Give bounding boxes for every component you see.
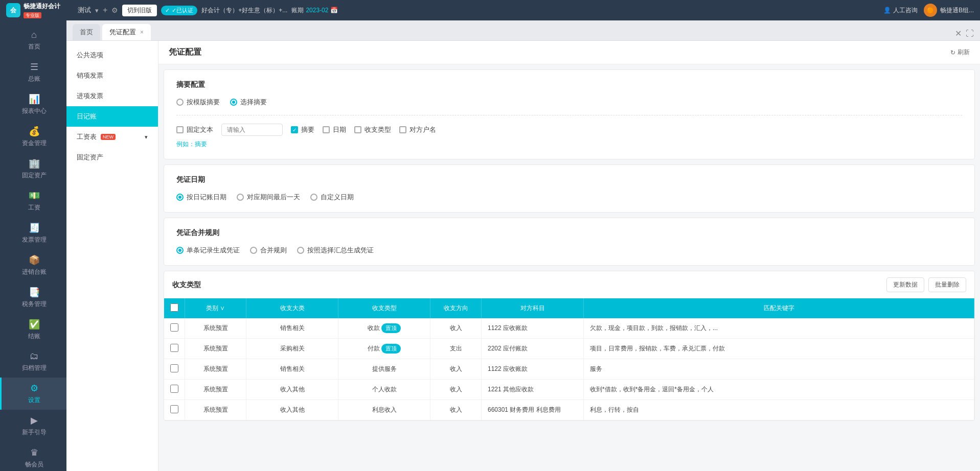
tab-home[interactable]: 首页 [73, 24, 100, 40]
row-direction: 收入 [430, 318, 482, 339]
row-keyword: 欠款，现金，项目款，到款，报销款，汇入，... [584, 318, 974, 339]
merge-radio-group: 单条记录生成凭证 合并规则 按照选择汇总生成凭证 [176, 246, 962, 255]
row-checkbox[interactable] [170, 405, 178, 413]
left-nav-purchase-invoice[interactable]: 进项发票 [66, 86, 158, 106]
sidebar-item-home[interactable]: ⌂ 首页 [0, 25, 66, 56]
checkbox-counterpart[interactable]: 对方户名 [399, 125, 436, 134]
radio-merge-rule[interactable]: 合并规则 [250, 246, 287, 255]
col-header-subject: 对方科目 [482, 298, 584, 318]
row-keyword: 项目，日常费用，报销款，车费，承兑汇票，付款 [584, 339, 974, 359]
refresh-button[interactable]: ↻ 刷新 [950, 48, 970, 57]
topbar-center: 测试 ▾ + ⚙ 切到旧版 ✓ ✓已认证 好会计（专）+好生意（标）+... 账… [78, 5, 883, 16]
maximize-icon[interactable]: ⛶ [966, 29, 974, 38]
sidebar-item-asset[interactable]: 🏢 固定资产 [0, 153, 66, 185]
row-checkbox-cell[interactable] [164, 318, 185, 339]
col-header-subtype: 收支类型 [338, 298, 430, 318]
row-category: 系统预置 [185, 400, 246, 420]
row-big-type: 采购相关 [246, 339, 338, 359]
row-checkbox[interactable] [170, 323, 178, 332]
row-checkbox[interactable] [170, 364, 178, 372]
radio-journal-date-circle [176, 194, 184, 201]
table-row: 系统预置 收入其他 个人收款 收入 1221 其他应收款 收到*借款，收到*备用… [164, 380, 974, 400]
select-all-checkbox[interactable] [170, 303, 178, 312]
config-area: 凭证配置 ↻ 刷新 摘要配置 按模版摘要 [158, 41, 980, 471]
row-sub-type: 收款 置顶 [338, 318, 430, 339]
ledger-icon: ☰ [30, 61, 38, 73]
settings-icon[interactable]: ⚙ [111, 6, 118, 14]
checkbox-fixed-text[interactable]: 固定文本 [176, 125, 213, 134]
tab-config[interactable]: 凭证配置 × [102, 24, 151, 40]
batch-delete-button[interactable]: 批量删除 [928, 277, 966, 292]
settings-sidebar-icon: ⚙ [30, 383, 38, 394]
col-header-type: 类别 ∨ [185, 298, 246, 318]
switch-old-version-button[interactable]: 切到旧版 [122, 5, 157, 16]
left-nav-sales-invoice[interactable]: 销项发票 [66, 65, 158, 86]
left-nav-journal[interactable]: 日记账 [66, 106, 158, 127]
sidebar-item-salary[interactable]: 💵 工资 [0, 185, 66, 217]
reset-badge[interactable]: 置顶 [381, 323, 401, 333]
left-nav-public[interactable]: 公共选项 [66, 45, 158, 65]
period-info: 账期 2023-02 📅 [291, 6, 338, 15]
left-nav-fixed-asset[interactable]: 固定资产 [66, 147, 158, 168]
sidebar-item-tax[interactable]: 📑 税务管理 [0, 281, 66, 314]
sidebar-item-report[interactable]: 📊 报表中心 [0, 88, 66, 121]
sidebar-item-invoice[interactable]: 🧾 发票管理 [0, 217, 66, 249]
checkbox-date[interactable]: 日期 [323, 125, 346, 134]
checkbox-pay-type[interactable]: 收支类型 [354, 125, 391, 134]
calendar-icon[interactable]: 📅 [330, 7, 338, 14]
logo: 会 畅捷通好会计 专业版 [6, 2, 73, 19]
income-expense-section: 收支类型 更新数据 批量删除 类别 ∨ [164, 271, 975, 421]
fixed-text-input[interactable] [221, 124, 283, 136]
row-checkbox-cell[interactable] [164, 339, 185, 359]
dropdown-arrow-icon[interactable]: ▾ [95, 7, 99, 14]
software-info: 好会计（专）+好生意（标）+... [201, 6, 287, 15]
radio-custom-date[interactable]: 自定义日期 [310, 193, 354, 202]
left-nav-salary-table[interactable]: 工资表 NEW ▾ [66, 127, 158, 147]
tab-close-icon[interactable]: × [140, 29, 144, 36]
row-direction: 支出 [430, 339, 482, 359]
sidebar-item-ledger[interactable]: ☰ 总账 [0, 56, 66, 88]
row-checkbox[interactable] [170, 344, 178, 352]
row-sub-type: 付款 置顶 [338, 339, 430, 359]
add-icon[interactable]: + [103, 6, 107, 15]
checkbox-summary[interactable]: ✓ 摘要 [291, 125, 314, 134]
row-checkbox[interactable] [170, 385, 178, 393]
radio-period-circle [237, 194, 244, 201]
purchase-icon: 📦 [29, 254, 40, 266]
topbar-right: 👤 人工咨询 🟠 畅捷通B组... [883, 4, 974, 17]
update-data-button[interactable]: 更新数据 [886, 277, 924, 292]
radio-journal-date[interactable]: 按日记账日期 [176, 193, 226, 202]
row-keyword: 服务 [584, 359, 974, 380]
new-badge: NEW [101, 134, 116, 140]
radio-select-summary[interactable]: 选择摘要 [230, 98, 267, 107]
sidebar-item-archive[interactable]: 🗂 归档管理 [0, 346, 66, 378]
logo-icon: 会 [6, 3, 20, 17]
row-checkbox-cell[interactable] [164, 359, 185, 380]
user-menu[interactable]: 🟠 畅捷通B组... [924, 4, 974, 17]
merge-rules-title: 凭证合并规则 [176, 228, 962, 238]
sidebar-item-guide[interactable]: ▶ 新手引导 [0, 410, 66, 442]
radio-select-summary-merge[interactable]: 按照选择汇总生成凭证 [297, 246, 374, 255]
sidebar-item-settings[interactable]: ⚙ 设置 [0, 378, 66, 410]
sidebar-item-capital[interactable]: 💰 资金管理 [0, 121, 66, 153]
table-action-btns: 更新数据 批量删除 [886, 277, 966, 292]
checkbox-date-box [323, 126, 330, 133]
sidebar-item-settle[interactable]: ✅ 结账 [0, 314, 66, 346]
radio-period-last-day[interactable]: 对应期间最后一天 [237, 193, 300, 202]
sidebar-item-purchase[interactable]: 📦 进销台账 [0, 249, 66, 281]
radio-single-record[interactable]: 单条记录生成凭证 [176, 246, 240, 255]
example-text: 例如：摘要 [176, 140, 962, 149]
row-checkbox-cell[interactable] [164, 400, 185, 420]
radio-template-summary[interactable]: 按模版摘要 [176, 98, 220, 107]
row-checkbox-cell[interactable] [164, 380, 185, 400]
service-button[interactable]: 👤 人工咨询 [883, 6, 918, 15]
reset-badge[interactable]: 置顶 [381, 344, 401, 354]
close-window-icon[interactable]: ✕ [955, 29, 962, 38]
arrow-right-icon: ▾ [145, 134, 148, 140]
radio-circle-template [176, 99, 184, 106]
row-category: 系统预置 [185, 380, 246, 400]
content-area: 首页 凭证配置 × ✕ ⛶ 公共选项 销项发票 进项发票 [66, 20, 980, 471]
voucher-date-title: 凭证日期 [176, 175, 962, 184]
member-icon: ♛ [30, 447, 38, 458]
sidebar-item-member[interactable]: ♛ 畅会员 [0, 442, 66, 471]
